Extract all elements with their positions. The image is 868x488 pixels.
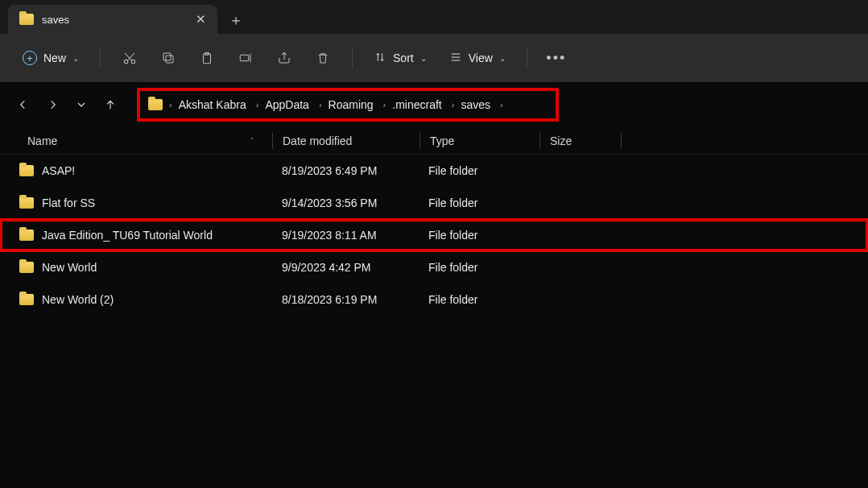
view-icon: [449, 51, 462, 66]
copy-button[interactable]: [152, 43, 184, 72]
folder-icon: [19, 14, 34, 25]
table-row[interactable]: Flat for SS9/14/2023 3:56 PMFile folder: [0, 187, 868, 219]
cell-date: 9/14/2023 3:56 PM: [272, 196, 419, 209]
new-button[interactable]: + New ⌄: [14, 46, 87, 70]
cut-button[interactable]: [114, 43, 146, 72]
file-name: New World: [42, 261, 97, 274]
table-row[interactable]: ASAP!8/19/2023 6:49 PMFile folder: [0, 155, 868, 187]
new-tab-button[interactable]: ＋: [222, 6, 250, 34]
view-button[interactable]: View ⌄: [441, 46, 514, 71]
cell-name: New World (2): [0, 293, 272, 306]
chevron-down-icon: ⌄: [420, 54, 427, 63]
file-name: ASAP!: [42, 164, 75, 177]
cell-name: Flat for SS: [0, 196, 272, 209]
cell-type: File folder: [419, 261, 538, 274]
column-size[interactable]: Size: [540, 134, 621, 147]
toolbar: + New ⌄ Sort ⌄ View ⌄ •••: [0, 34, 868, 82]
file-list: ASAP!8/19/2023 6:49 PMFile folderFlat fo…: [0, 155, 868, 316]
recent-button[interactable]: [69, 93, 93, 117]
cell-date: 9/19/2023 8:11 AM: [272, 229, 419, 242]
column-label: Name: [27, 134, 57, 147]
breadcrumb-label: Roaming: [329, 98, 374, 111]
breadcrumb-label: AppData: [265, 98, 308, 111]
cell-type: File folder: [419, 196, 538, 209]
folder-icon: [19, 294, 34, 305]
up-button[interactable]: [98, 93, 122, 117]
cell-name: Java Edition_ TU69 Tutorial World: [0, 229, 272, 242]
cell-type: File folder: [419, 229, 538, 242]
breadcrumb-item[interactable]: Akshat Kabra›: [179, 98, 262, 111]
breadcrumb[interactable]: › Akshat Kabra› AppData› Roaming› .minec…: [137, 88, 559, 122]
column-date[interactable]: Date modified: [273, 134, 420, 147]
file-name: Flat for SS: [42, 196, 95, 209]
table-row[interactable]: New World9/9/2023 4:42 PMFile folder: [0, 251, 868, 283]
close-tab-icon[interactable]: ✕: [196, 12, 206, 27]
folder-icon: [19, 165, 34, 176]
breadcrumb-item[interactable]: Roaming›: [329, 98, 390, 111]
column-label: Date modified: [283, 134, 352, 147]
tab-bar: saves ✕ ＋: [0, 0, 868, 34]
back-button[interactable]: [11, 93, 35, 117]
breadcrumb-label: Akshat Kabra: [179, 98, 246, 111]
svg-rect-3: [163, 53, 171, 60]
cell-date: 8/19/2023 6:49 PM: [272, 164, 419, 177]
breadcrumb-item[interactable]: saves›: [461, 98, 506, 111]
folder-icon: [19, 197, 34, 209]
table-row[interactable]: Java Edition_ TU69 Tutorial World9/19/20…: [0, 219, 868, 251]
sort-icon: [374, 51, 386, 66]
nav-row: › Akshat Kabra› AppData› Roaming› .minec…: [0, 82, 868, 127]
breadcrumb-item[interactable]: AppData›: [265, 98, 324, 111]
delete-button[interactable]: [307, 43, 339, 72]
new-button-label: New: [43, 52, 66, 64]
share-button[interactable]: [268, 43, 300, 72]
svg-point-1: [131, 60, 135, 64]
separator: [527, 47, 527, 69]
paste-button[interactable]: [191, 43, 223, 72]
column-name[interactable]: Name ˄: [0, 134, 272, 147]
forward-button[interactable]: [40, 93, 64, 117]
cell-date: 8/18/2023 6:19 PM: [272, 293, 419, 306]
tab-saves[interactable]: saves ✕: [8, 5, 217, 34]
cell-name: New World: [0, 261, 272, 274]
column-divider: [621, 133, 622, 149]
tab-title: saves: [42, 14, 188, 26]
column-type[interactable]: Type: [420, 134, 539, 147]
column-label: Size: [550, 134, 572, 147]
svg-point-0: [124, 60, 128, 64]
breadcrumb-label: saves: [461, 98, 490, 111]
sort-button[interactable]: Sort ⌄: [366, 46, 435, 71]
cell-type: File folder: [419, 164, 538, 177]
cell-type: File folder: [419, 293, 538, 306]
breadcrumb-item[interactable]: .minecraft›: [392, 98, 457, 111]
separator: [352, 47, 353, 69]
separator: [100, 47, 101, 69]
sort-asc-icon: ˄: [250, 137, 254, 145]
table-row[interactable]: New World (2)8/18/2023 6:19 PMFile folde…: [0, 283, 868, 316]
breadcrumb-label: .minecraft: [392, 98, 441, 111]
chevron-down-icon: ⌄: [499, 54, 506, 63]
cell-date: 9/9/2023 4:42 PM: [272, 261, 419, 274]
view-label: View: [469, 52, 493, 64]
file-name: New World (2): [42, 293, 114, 306]
folder-icon: [19, 230, 34, 241]
rename-button[interactable]: [229, 43, 262, 72]
folder-icon: [148, 99, 163, 110]
file-name: Java Edition_ TU69 Tutorial World: [42, 229, 213, 242]
svg-rect-6: [240, 55, 249, 61]
folder-icon: [19, 262, 34, 273]
plus-circle-icon: +: [23, 51, 37, 65]
column-headers: Name ˄ Date modified Type Size: [0, 127, 868, 155]
column-label: Type: [430, 134, 454, 147]
sort-label: Sort: [393, 52, 414, 64]
svg-rect-2: [166, 56, 173, 63]
chevron-down-icon: ⌄: [72, 54, 79, 63]
breadcrumb-sep: ›: [166, 100, 176, 110]
more-button[interactable]: •••: [540, 43, 572, 72]
cell-name: ASAP!: [0, 164, 272, 177]
